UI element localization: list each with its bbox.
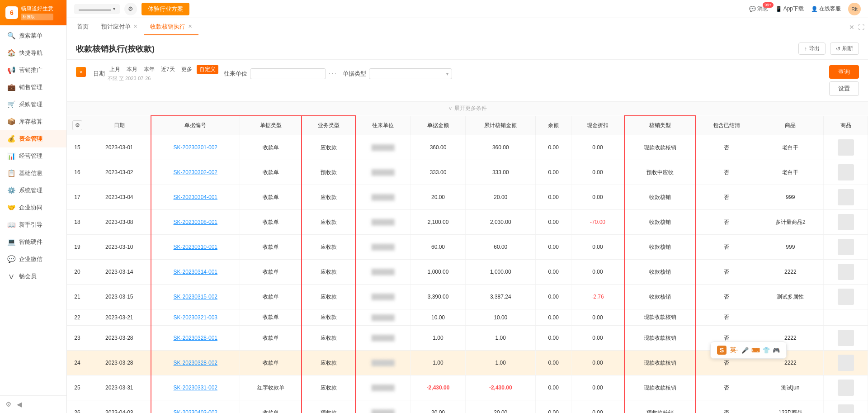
footer-settings-icon[interactable]: ⚙ (5, 400, 11, 408)
cell-bill-type: 收款单 (240, 185, 302, 210)
filter-settings-button[interactable]: 设置 (829, 81, 859, 96)
keyboard-icon[interactable]: ⌨ (751, 347, 760, 354)
cell-include-settled: 否 (695, 135, 757, 160)
col-settings-header[interactable]: ⚙ (67, 116, 88, 135)
bill-no-link[interactable]: SK-20230301-002 (174, 144, 217, 151)
purchase-icon: 🛒 (7, 100, 15, 109)
online-service-button[interactable]: 👤 在线客服 (811, 5, 841, 13)
table-settings-icon[interactable]: ⚙ (72, 120, 82, 130)
sidebar-item-guide[interactable]: 📖 新手引导 (0, 216, 66, 233)
table-row[interactable]: 26 2023-04-03 SK-20230403-002 收款单 预收款 ██… (67, 400, 868, 413)
cell-product (757, 309, 824, 326)
user-avatar[interactable]: Rit (848, 3, 861, 15)
bill-type-dropdown-icon: ▾ (446, 71, 448, 76)
cell-cash-discount: 0.00 (571, 400, 624, 413)
sidebar-item-purchase[interactable]: 🛒 采购管理 (0, 96, 66, 113)
export-icon: ↑ (804, 46, 807, 52)
sidebar-item-system[interactable]: ⚙️ 系统管理 (0, 182, 66, 199)
tab-maximize-icon[interactable]: ⛶ (858, 24, 864, 31)
sidebar-item-search[interactable]: 🔍 搜索菜单 (0, 27, 66, 44)
partner-filter-field: 往来单位 ··· (224, 68, 337, 79)
table-row[interactable]: 16 2023-03-02 SK-20230302-002 收款单 预收款 ██… (67, 160, 868, 185)
sidebar-item-marketing[interactable]: 📢 营销推广 (0, 62, 66, 79)
tab-close-icon[interactable]: ✕ (133, 24, 137, 29)
cell-date: 2023-03-01 (88, 135, 151, 160)
table-row[interactable]: 22 2023-03-21 SK-20230321-003 收款单 应收款 ██… (67, 309, 868, 326)
tab-close-action-icon[interactable]: ✕ (849, 24, 854, 31)
tab-pre-payment[interactable]: 预计应付单 ✕ (95, 19, 144, 35)
bill-type-input[interactable] (369, 68, 452, 79)
sidebar-item-sales[interactable]: 💼 销售管理 (0, 79, 66, 96)
footer-collapse-icon[interactable]: ◀ (17, 400, 22, 408)
date-tab-prev-month[interactable]: 上月 (108, 65, 122, 74)
export-button[interactable]: ↑ 导出 (798, 43, 826, 55)
table-row[interactable]: 21 2023-03-15 SK-20230315-002 收款单 应收款 ██… (67, 285, 868, 309)
cell-product-img (824, 351, 868, 375)
sidebar-item-label: 智能硬件 (19, 238, 42, 246)
filter-toggle-button[interactable]: » (76, 67, 86, 77)
table-row[interactable]: 20 2023-03-14 SK-20230314-001 收款单 应收款 ██… (67, 260, 868, 285)
sidebar-item-hardware[interactable]: 💻 智能硬件 (0, 233, 66, 251)
bill-no-link[interactable]: SK-20230403-002 (174, 409, 217, 413)
table-container[interactable]: ⚙ 日期 单据编号 单据类型 (67, 115, 868, 413)
bill-no-link[interactable]: SK-20230328-001 (174, 335, 217, 341)
workspace-selector[interactable]: ▬▬▬▬▬▬ ▾ (74, 4, 120, 14)
bill-no-link[interactable]: SK-20230331-002 (174, 385, 217, 391)
bill-no-link[interactable]: SK-20230308-001 (174, 219, 217, 225)
industry-solution-button[interactable]: 体验行业方案 (142, 3, 189, 15)
cell-bill-no: SK-20230321-003 (151, 309, 240, 326)
sidebar-item-label: 库存核算 (19, 118, 42, 126)
bill-no-link[interactable]: SK-20230302-002 (174, 169, 217, 176)
table-row[interactable]: 19 2023-03-10 SK-20230310-001 收款单 应收款 ██… (67, 235, 868, 260)
notification-button[interactable]: 💬 消息 99+ (749, 5, 768, 13)
sidebar-item-quicknav[interactable]: 🏠 快捷导航 (0, 44, 66, 62)
microphone-icon[interactable]: 🎤 (741, 347, 749, 354)
date-tab-more[interactable]: 更多 (179, 65, 194, 74)
query-button[interactable]: 查询 (829, 65, 859, 79)
table-row[interactable]: 18 2023-03-08 SK-20230308-001 收款单 应收款 ██… (67, 210, 868, 235)
bill-no-link[interactable]: SK-20230314-001 (174, 269, 217, 275)
date-tab-this-year[interactable]: 本年 (142, 65, 156, 74)
table-row[interactable]: 17 2023-03-04 SK-20230304-001 收款单 应收款 ██… (67, 185, 868, 210)
date-tab-7days[interactable]: 近7天 (159, 65, 177, 74)
tab-home[interactable]: 首页 (71, 19, 95, 35)
sidebar-item-member[interactable]: V 畅会员 (0, 268, 66, 285)
table-row[interactable]: 15 2023-03-01 SK-20230301-002 收款单 应收款 ██… (67, 135, 868, 160)
gear-button[interactable]: ⚙ (124, 3, 137, 15)
partner-dots-icon[interactable]: ··· (329, 70, 337, 78)
sidebar-item-inventory[interactable]: 📦 库存核算 (0, 113, 66, 130)
sidebar-item-basic[interactable]: 📋 基础信息 (0, 165, 66, 182)
cell-include-settled: 否 (695, 185, 757, 210)
refresh-button[interactable]: ↺ 刷新 (830, 43, 859, 55)
cell-bill-no: SK-20230308-001 (151, 210, 240, 235)
table-row[interactable]: 25 2023-03-31 SK-20230331-002 红字收款单 应收款 … (67, 375, 868, 400)
cell-date: 2023-03-04 (88, 185, 151, 210)
logo-title: 畅康道好生意 (21, 5, 53, 13)
cell-cumulative: 10.00 (466, 309, 536, 326)
bill-no-link[interactable]: SK-20230328-002 (174, 360, 217, 366)
sidebar-item-finance[interactable]: 💰 资金管理 (0, 130, 66, 147)
shirt-icon[interactable]: 👕 (763, 347, 770, 354)
sidebar-item-operation[interactable]: 📊 经营管理 (0, 147, 66, 165)
date-custom-button[interactable]: 自定义 (197, 65, 218, 74)
sidebar-item-enterprise[interactable]: 🤝 企业协同 (0, 199, 66, 216)
cell-include-settled: 否 (695, 285, 757, 309)
app-download-button[interactable]: 📱 App下载 (775, 5, 804, 13)
tab-pre-payment-label: 预计应付单 (101, 23, 131, 31)
member-icon: V (7, 273, 15, 280)
date-tab-this-month[interactable]: 本月 (125, 65, 139, 74)
bill-no-link[interactable]: SK-20230315-002 (174, 294, 217, 300)
sidebar-item-label: 企业协同 (19, 204, 42, 212)
cell-bill-no: SK-20230310-001 (151, 235, 240, 260)
tab-collection-execution[interactable]: 收款核销执行 ✕ (144, 19, 198, 35)
expand-more-button[interactable]: ∨ 展开更多条件 (67, 102, 868, 115)
partner-input[interactable] (250, 68, 326, 79)
bill-no-link[interactable]: SK-20230310-001 (174, 244, 217, 250)
tab-close-active-icon[interactable]: ✕ (188, 24, 192, 29)
bill-no-link[interactable]: SK-20230304-001 (174, 194, 217, 200)
cell-include-settled: 否 (695, 400, 757, 413)
bill-no-link[interactable]: SK-20230321-003 (174, 314, 217, 321)
sidebar-item-wechat[interactable]: 💬 企业微信 (0, 251, 66, 268)
cell-bill-type: 收款单 (240, 210, 302, 235)
controller-icon[interactable]: 🎮 (773, 347, 780, 354)
